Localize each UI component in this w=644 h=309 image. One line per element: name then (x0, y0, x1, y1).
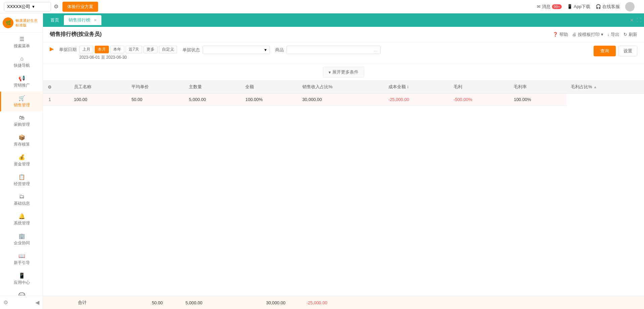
date-filter-group: 单据日期 上月 本月 本年 近7天 更多 自定义 (59, 46, 177, 60)
goods-more-icon: ... (374, 47, 378, 52)
settings-icon[interactable]: ⚙ (54, 3, 58, 10)
page-title: 销售排行榜(按业务员) (50, 31, 102, 42)
sidebar-item-basic-info[interactable]: 🗂 基础信息 (0, 190, 43, 210)
top-right-area: ✉ 消息 99+ 📱 App下载 🎧 在线客服 (537, 2, 640, 11)
tab-home-label: 首页 (50, 17, 59, 22)
date-btn-this-month[interactable]: 本月 (95, 46, 109, 53)
app-download-button[interactable]: 📱 App下载 (567, 4, 590, 10)
col-gross: 毛利 (449, 81, 510, 94)
row-sales-pct: 100.00% (241, 94, 298, 106)
refresh-button[interactable]: ↻ 刷新 (624, 32, 637, 38)
table-body: 1 100.00 50.00 5,000.00 100.00% 30,000.0… (43, 94, 644, 106)
tab-sales-rank[interactable]: 销售排行榜 ✕ (64, 15, 101, 25)
trial-button[interactable]: 体验行业方案 (62, 2, 98, 12)
logo-text: 畅康通好生意 标准版 (15, 18, 38, 28)
row-gross: -25,000.00 (384, 94, 449, 106)
top-bar: XXXXX公司 ▾ ⚙ 体验行业方案 ✉ 消息 99+ 📱 App下载 🎧 在线… (0, 0, 644, 13)
row-gross-rate: -500.00% (449, 94, 510, 106)
tab-close-icon[interactable]: ✕ (94, 18, 97, 22)
sidebar-item-operations[interactable]: 📋 经营管理 (0, 170, 43, 190)
operations-icon: 📋 (18, 174, 25, 180)
gross-pct-info-icon[interactable]: ▲ (593, 85, 597, 89)
message-icon: ✉ (537, 4, 541, 9)
marketing-icon: 📢 (18, 75, 25, 82)
sidebar-item-wechat[interactable]: 💬 企业微信 (0, 289, 43, 296)
cost-info-icon[interactable]: ℹ (407, 85, 409, 89)
goods-label: 商品 (275, 47, 284, 53)
table-header: ⚙ 员工名称 平均单价 主数量 全额 销售收入占比% 成本全额 ℹ 毛利 (43, 81, 644, 94)
sidebar-item-label: 企业协同 (14, 240, 30, 246)
sidebar-item-label: 资金管理 (14, 161, 30, 167)
footer-row: 合计 50.00 5,000.00 30,000.00 -25,000.00 (47, 300, 640, 306)
sidebar-item-finance[interactable]: 💰 资金管理 (0, 151, 43, 170)
sidebar-item-inventory[interactable]: 📦 库存核算 (0, 131, 43, 151)
message-button[interactable]: ✉ 消息 99+ (537, 4, 562, 10)
sidebar-item-app-center[interactable]: 📱 应用中心 (0, 269, 43, 289)
query-button[interactable]: 查询 (594, 46, 616, 56)
goods-select[interactable]: ... (287, 46, 381, 54)
help-button[interactable]: ❓ 帮助 (553, 32, 568, 38)
footer-cost: 30,000.00 (262, 300, 302, 305)
date-shortcuts: 上月 本月 本年 近7天 更多 自定义 (79, 46, 177, 53)
company-selector[interactable]: XXXXX公司 ▾ (4, 2, 51, 11)
date-filter-row: 单据日期 上月 本月 本年 近7天 更多 自定义 (59, 46, 177, 53)
close-window-icon[interactable]: ✕ (630, 17, 634, 23)
settings-button[interactable]: 设置 (618, 46, 637, 56)
logo-icon: 🌿 (3, 17, 13, 28)
date-btn-this-year[interactable]: 本年 (110, 46, 124, 53)
filter-collapse-icon[interactable]: ▶ (50, 46, 54, 52)
col-gross-rate: 毛利率 (510, 81, 567, 94)
expand-bar: ▾ 展开更多条件 (43, 64, 644, 81)
print-dropdown-icon: ▾ (601, 32, 603, 37)
sales-icon: 🛒 (18, 95, 25, 101)
online-support-button[interactable]: 🎧 在线客服 (596, 4, 620, 10)
date-btn-7days[interactable]: 近7天 (126, 46, 142, 53)
tab-bar: 首页 销售排行榜 ✕ ✕ ⛶ (43, 13, 644, 27)
status-select[interactable]: ▾ (203, 46, 270, 54)
sidebar-settings-icon[interactable]: ⚙ (3, 299, 8, 306)
date-btn-prev-month[interactable]: 上月 (79, 46, 93, 53)
page-header: 销售排行榜(按业务员) ❓ 帮助 🖨 按模板打印 ▾ (43, 27, 644, 42)
status-label: 单据状态 (182, 47, 200, 53)
search-order-icon: ☰ (19, 36, 24, 42)
export-button[interactable]: ↓ 导出 (607, 32, 620, 38)
sidebar-item-purchase[interactable]: 🛍 采购管理 (0, 111, 43, 131)
sidebar-item-enterprise[interactable]: 🏢 企业协同 (0, 229, 43, 249)
sidebar-bottom: ⚙ ◀ (0, 296, 43, 309)
col-settings[interactable]: ⚙ (43, 81, 56, 94)
finance-icon: 💰 (18, 154, 25, 160)
sales-rank-table: ⚙ 员工名称 平均单价 主数量 全额 销售收入占比% 成本全额 ℹ 毛利 (43, 81, 644, 106)
sidebar-item-label: 应用中心 (14, 280, 30, 286)
sidebar-item-marketing[interactable]: 📢 营销推广 (0, 72, 43, 92)
row-cost: 30,000.00 (298, 94, 384, 106)
app-center-icon: 📱 (18, 272, 25, 279)
action-buttons: 查询 设置 (594, 46, 637, 56)
message-badge: 99+ (552, 4, 562, 9)
expand-button[interactable]: ▾ 展开更多条件 (323, 67, 364, 78)
maximize-window-icon[interactable]: ⛶ (637, 17, 641, 23)
goods-filter-group: 商品 ... (275, 46, 381, 54)
col-amount: 全额 (241, 81, 298, 94)
sidebar-item-sales[interactable]: 🛒 销售管理 (0, 92, 43, 111)
footer-label: 合计 (74, 300, 114, 306)
date-btn-custom[interactable]: 自定义 (159, 46, 177, 53)
guide-icon: 📖 (18, 253, 25, 259)
avatar[interactable] (625, 2, 635, 11)
date-btn-more[interactable]: 更多 (143, 46, 158, 53)
sidebar-item-guide[interactable]: 📖 新手引导 (0, 249, 43, 269)
sidebar-item-system[interactable]: 🔔 系统管理 (0, 210, 43, 229)
sidebar-item-label: 采购管理 (14, 122, 30, 127)
date-range-display: 2023-06-01 至 2023-06-30 (78, 55, 177, 60)
print-button[interactable]: 🖨 按模板打印 ▾ (572, 32, 603, 38)
col-name: 员工名称 (70, 81, 127, 94)
sidebar-collapse-icon[interactable]: ◀ (35, 299, 39, 306)
table-row: 1 100.00 50.00 5,000.00 100.00% 30,000.0… (43, 94, 644, 106)
status-select-chevron: ▾ (264, 47, 267, 52)
row-name (56, 94, 70, 106)
sidebar-item-label: 快捷导航 (14, 63, 30, 68)
sidebar-item-quick-nav[interactable]: ⌂ 快捷导航 (0, 52, 43, 72)
tab-home[interactable]: 首页 (46, 15, 64, 25)
footer-gross: -25,000.00 (302, 300, 343, 305)
sidebar-item-search-order[interactable]: ☰ 搜索菜单 (0, 33, 43, 52)
expand-icon: ▾ (329, 70, 331, 75)
